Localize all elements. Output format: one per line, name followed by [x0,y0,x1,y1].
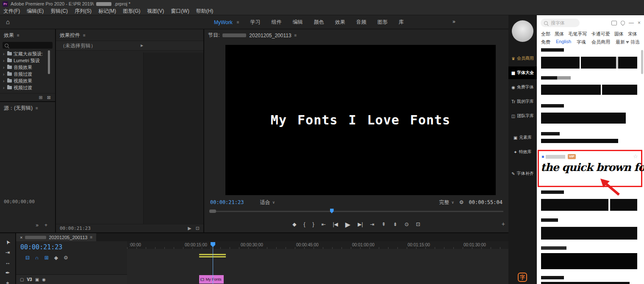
track-insert-icon[interactable]: ▣ [35,277,39,282]
tab-assembly[interactable]: 组件 [272,19,282,26]
loop-icon[interactable]: ⊡ [196,226,200,231]
feedback-icon[interactable] [611,21,617,25]
tab-audio[interactable]: 音频 [356,19,366,26]
category-all[interactable]: 全部 [541,31,550,37]
font-list-item[interactable] [541,276,637,284]
delete-bin-icon[interactable]: ⊠ [47,95,51,100]
workspace-overflow-icon[interactable]: » [452,19,455,25]
button-editor-plus[interactable]: + [502,221,505,227]
timeline-ruler[interactable]: :00:00 00:00:15:00 00:00:30:00 00:00:45:… [127,241,508,249]
effects-bin-row[interactable]: › 视频过渡 [0,84,55,91]
track-label[interactable]: V3 [27,277,32,282]
source-timecode[interactable]: 00;00;00;00 [4,199,35,204]
sidebar-item-effects-library[interactable]: ✦ 特效库 [508,146,537,158]
program-timecode[interactable]: 00:00:21:23 [210,199,244,205]
workspace-menu-icon[interactable]: ≡ [237,20,239,25]
timeline-playhead-line[interactable] [213,243,213,284]
effects-bin-row[interactable]: › 宝藏大叔预设: [0,50,55,57]
tab-color[interactable]: 颜色 [314,19,324,26]
new-bin-icon[interactable]: ⊞ [39,95,43,100]
program-scrubber[interactable] [209,209,503,214]
font-list-item[interactable] [541,76,637,95]
close-icon[interactable]: × [20,235,22,240]
effects-bin-row[interactable]: › 音频效果 [0,64,55,71]
mark-out-button[interactable]: } [312,221,314,227]
effects-bin-row[interactable]: › 音频过渡 [0,71,55,77]
snap-magnet-icon[interactable]: ∩ [35,255,39,261]
menu-markers[interactable]: 标记(M) [95,8,119,15]
resolution-dropdown[interactable]: 完整 ∨ [439,199,454,206]
comparison-view-button[interactable]: ⊡ [416,221,420,227]
category-zihun[interactable]: 字魂 [577,39,586,45]
menu-file[interactable]: 文件(F) [0,8,23,15]
tab-graphics[interactable]: 图形 [378,19,388,26]
font-preview-text[interactable]: the quick brown fox ju [541,161,644,174]
font-list-item[interactable] [541,218,637,240]
settings-wrench-icon[interactable]: ⚙ [459,199,464,205]
goto-out-button[interactable]: ⇥ [370,221,375,227]
close-icon[interactable]: × [638,20,641,26]
playhead-marker[interactable] [330,209,334,213]
effect-controls-timecode[interactable]: 00:00:21:23 [60,226,91,231]
tab-learning[interactable]: 学习 [250,19,261,26]
hand-tool[interactable]: ⌖ [6,280,9,284]
menu-sequence[interactable]: 序列(S) [71,8,95,15]
category-brush[interactable]: 毛笔手写 [568,31,587,37]
track-output-eye-icon[interactable]: ◉ [42,277,46,282]
font-list-scrollbar[interactable] [641,50,643,74]
font-list-item[interactable] [541,104,637,124]
tab-effects[interactable]: 效果 [335,19,345,26]
filter-button[interactable]: 筛选 [626,39,640,45]
timeline-settings-icon[interactable]: ⚙ [64,255,68,261]
sidebar-item-free-fonts[interactable]: ◉ 免费字体 [508,81,537,94]
panel-menu-icon[interactable]: ≡ [83,33,86,38]
menu-clip[interactable]: 剪辑(C) [47,8,71,15]
sidebar-item-team-fonts[interactable]: ◫ 团队字库 [508,110,537,122]
category-newest[interactable]: 最新 [616,39,625,45]
pin-icon[interactable] [620,20,626,26]
highlighted-font-item[interactable]: VIP ☆ the quick brown fox ju [538,150,642,187]
extract-button[interactable]: ⇟ [393,221,397,227]
scrubber-handle[interactable] [209,210,216,213]
tab-libraries[interactable]: 库 [399,19,404,26]
category-songti[interactable]: 宋体 [628,31,637,37]
category-english[interactable]: English [556,39,571,45]
mark-in-button[interactable]: { [303,221,305,227]
sidebar-item-vip-commercial[interactable]: ♛ 会员商用 [508,52,537,65]
fit-dropdown[interactable]: 适合 ∨ [260,199,275,206]
panel-menu-icon[interactable]: ≡ [90,235,92,240]
add-marker-button[interactable]: ◆ [292,221,296,227]
home-icon[interactable]: ⌂ [6,18,10,25]
menu-view[interactable]: 视图(V) [144,8,167,15]
font-list-item[interactable] [541,48,637,69]
step-back-button[interactable]: |◀ [333,221,338,227]
sequence-tab[interactable]: × 20201205_200113 ≡ [16,233,96,241]
sidebar-item-my-fonts[interactable]: Tr 我的字库 [508,95,537,108]
step-forward-button[interactable]: ▶| [358,221,363,227]
play-around-icon[interactable]: ▶ [188,226,191,231]
font-list-item[interactable] [541,132,637,143]
effects-bin-row[interactable]: › Lumetri 预设 [0,57,55,64]
category-heiti[interactable]: 黑体 [555,31,564,37]
effects-scrollbar[interactable] [48,50,50,74]
sidebar-item-elements-library[interactable]: ▣ 元素库 [508,131,537,144]
insert-overwrite-icon[interactable]: ⊟ [25,255,30,261]
menu-window[interactable]: 窗口(W) [167,8,192,15]
lift-button[interactable]: ⇞ [382,221,386,227]
export-frame-button[interactable]: ⊙ [405,221,409,227]
sidebar-item-all-fonts[interactable]: ▦ 字体大全 [508,66,537,79]
panel-menu-icon[interactable]: ≡ [17,33,19,38]
track-select-tool[interactable]: ⇥ [6,249,10,256]
tab-editing[interactable]: 编辑 [293,19,303,26]
font-list-item[interactable] [541,246,637,269]
menu-help[interactable]: 帮助(H) [193,8,217,15]
menu-graphics[interactable]: 图形(G) [119,8,144,15]
linked-selection-icon[interactable]: ⊞ [44,255,49,261]
timeline-clip-my-fonts[interactable]: fx My Fonts [199,275,224,284]
category-cartoon[interactable]: 卡通可爱 [591,31,610,37]
tab-mywork[interactable]: MyWork [214,19,233,25]
scrubber-track[interactable] [209,211,503,212]
collapse-icon[interactable]: » [36,222,39,228]
user-avatar[interactable] [512,20,533,42]
favorite-star-icon[interactable]: ☆ [633,153,638,160]
